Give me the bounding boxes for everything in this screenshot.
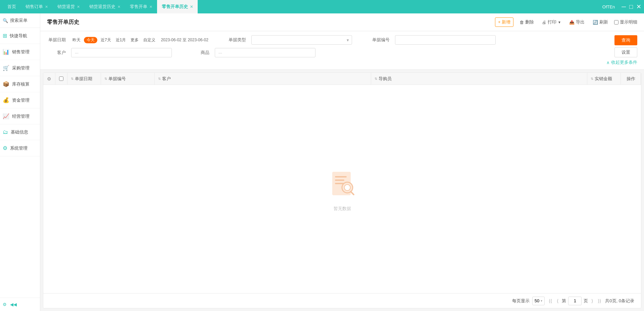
operation-icon: 📈	[3, 113, 9, 119]
empty-state: 暂无数据	[43, 85, 641, 293]
page-first-button[interactable]: ⟨⟨	[547, 298, 553, 304]
print-icon: 🖨	[542, 20, 546, 25]
sidebar-item-sys-mgmt[interactable]: ⚙ 系统管理	[0, 140, 40, 156]
sort-amount-icon[interactable]: ⇅	[591, 77, 593, 81]
tab-close-sales-order[interactable]: ✕	[45, 5, 48, 9]
product-label: 商品	[191, 50, 209, 56]
print-dropdown-icon: ▼	[558, 20, 561, 24]
date-opt-yesterday[interactable]: 昨天	[71, 37, 82, 44]
select-all-checkbox[interactable]	[59, 76, 63, 81]
date-opt-last7[interactable]: 近7天	[99, 37, 112, 44]
date-range-display: 2023-06-02 至 2023-06-02	[161, 37, 208, 43]
sidebar-item-quick-nav[interactable]: ⊞ 快捷导航	[0, 28, 40, 44]
table-container: ⚙ ⇅ 单据日期 ⇅ 单据编号 ⇅ 客户 ⇅ 导购员	[43, 72, 641, 308]
content-area: 零售开单历史 + 新增 🗑 删除 🖨 打印 ▼ 📤 导出	[40, 13, 644, 311]
tab-sales-return[interactable]: 销货退货 ✕	[53, 0, 85, 13]
product-select[interactable]: ···	[215, 48, 315, 57]
window-minimize[interactable]: ─	[622, 3, 626, 10]
query-button[interactable]: 查询	[614, 35, 637, 45]
tab-sales-return-history[interactable]: 销货退货历史 ✕	[85, 0, 125, 13]
page-title: 零售开单历史	[47, 19, 79, 26]
page-next-button[interactable]: ⟩	[590, 298, 594, 304]
settings-icon[interactable]: ⚙	[3, 302, 7, 307]
per-page-select[interactable]: 50 ▾	[532, 297, 545, 305]
tab-retail-history[interactable]: 零售开单历史 ✕	[157, 0, 198, 13]
sidebar-item-operation[interactable]: 📈 经营管理	[0, 108, 40, 124]
show-detail-checkbox[interactable]: 显示明细	[614, 19, 637, 25]
date-label: 单据日期	[47, 37, 66, 43]
svg-rect-2	[335, 179, 344, 181]
table-settings-icon[interactable]: ⚙	[43, 73, 55, 85]
svg-line-6	[351, 192, 354, 195]
collapse-filter-button[interactable]: ∧ 收起更多条件	[606, 59, 637, 65]
window-close[interactable]: ✕	[636, 3, 641, 10]
export-button[interactable]: 📤 导出	[567, 18, 587, 27]
date-opt-custom[interactable]: 自定义	[142, 37, 157, 44]
refresh-icon: 🔄	[593, 20, 598, 25]
date-opt-today[interactable]: 今天	[84, 37, 97, 43]
per-page-label: 每页显示	[512, 298, 530, 304]
app-title: OfTEn	[602, 4, 615, 9]
th-date[interactable]: ⇅ 单据日期	[67, 73, 101, 85]
tab-close-sales-return[interactable]: ✕	[77, 5, 80, 9]
date-opt-more[interactable]: 更多	[129, 37, 140, 44]
tab-close-retail-history[interactable]: ✕	[190, 5, 193, 9]
th-customer[interactable]: ⇅ 客户	[155, 73, 371, 85]
date-opt-last-month[interactable]: 近1月	[114, 37, 128, 44]
page-number-input[interactable]: 1	[568, 297, 582, 305]
sidebar-search[interactable]: 🔍 搜索采单	[0, 13, 40, 28]
doc-no-input[interactable]	[395, 35, 496, 45]
per-page-chevron-icon: ▾	[541, 299, 542, 303]
tab-home[interactable]: 首页	[3, 0, 21, 13]
sidebar-item-basic-info[interactable]: 🗂 基础信息	[0, 124, 40, 140]
table-select-all[interactable]	[55, 73, 67, 85]
window-controls: OfTEn ─ □ ✕	[602, 3, 641, 10]
th-amount[interactable]: ⇅ 实销金额	[587, 73, 621, 85]
th-op: 操作	[621, 73, 641, 85]
doc-type-select[interactable]: ▾	[251, 35, 352, 45]
sort-customer-icon[interactable]: ⇅	[158, 77, 161, 81]
th-guide[interactable]: ⇅ 导购员	[371, 73, 588, 85]
sidebar-item-inventory[interactable]: 📦 库存核算	[0, 76, 40, 92]
th-sn[interactable]: ⇅ 单据编号	[101, 73, 155, 85]
sort-sn-icon[interactable]: ⇅	[104, 77, 107, 81]
collapse-icon: ∧	[606, 60, 610, 65]
sidebar-bottom: ⚙ ◀◀	[0, 298, 40, 311]
sales-mgmt-icon: 📊	[3, 49, 9, 55]
page-nav: ⟨⟨ ⟨ 第 1 页 ⟩ ⟩⟩	[547, 297, 602, 305]
customer-select[interactable]: ···	[71, 48, 172, 57]
tab-close-sales-return-history[interactable]: ✕	[117, 5, 120, 9]
tab-close-retail-open[interactable]: ✕	[149, 5, 152, 9]
sort-guide-icon[interactable]: ⇅	[375, 77, 377, 81]
finance-icon: 💰	[3, 97, 9, 103]
show-detail-input[interactable]	[614, 20, 618, 24]
chevron-down-icon: ▾	[347, 38, 349, 43]
sort-date-icon[interactable]: ⇅	[71, 77, 73, 81]
set-button[interactable]: 设置	[614, 47, 637, 57]
page-total: 共0页, 0条记录	[605, 298, 634, 304]
svg-point-5	[344, 185, 350, 191]
print-button[interactable]: 🖨 打印 ▼	[540, 18, 563, 27]
export-icon: 📤	[569, 20, 575, 25]
tab-bar: 首页 销售订单 ✕ 销货退货 ✕ 销货退货历史 ✕ 零售开单 ✕ 零售开单历史 …	[0, 0, 644, 13]
collapse-sidebar-icon[interactable]: ◀◀	[10, 302, 17, 307]
tab-retail-open[interactable]: 零售开单 ✕	[125, 0, 157, 13]
basic-info-icon: 🗂	[3, 129, 8, 135]
sidebar: 🔍 搜索采单 ⊞ 快捷导航 📊 销售管理 🛒 采购管理 📦 库存核算 💰 资金管…	[0, 13, 40, 311]
page-header: 零售开单历史 + 新增 🗑 删除 🖨 打印 ▼ 📤 导出	[40, 13, 644, 31]
tab-sales-order[interactable]: 销售订单 ✕	[21, 0, 53, 13]
sidebar-item-purchase-mgmt[interactable]: 🛒 采购管理	[0, 60, 40, 76]
table-header: ⚙ ⇅ 单据日期 ⇅ 单据编号 ⇅ 客户 ⇅ 导购员	[43, 73, 641, 85]
refresh-button[interactable]: 🔄 刷新	[591, 18, 610, 27]
pagination: 每页显示 50 ▾ ⟨⟨ ⟨ 第 1 页 ⟩ ⟩⟩ 共0页, 0条记录	[43, 293, 641, 308]
page-prev-button[interactable]: ⟨	[555, 298, 560, 304]
window-maximize[interactable]: □	[629, 3, 633, 10]
page-last-button[interactable]: ⟩⟩	[596, 298, 602, 304]
sidebar-item-sales-mgmt[interactable]: 📊 销售管理	[0, 44, 40, 60]
inventory-icon: 📦	[3, 81, 9, 87]
sidebar-item-finance[interactable]: 💰 资金管理	[0, 92, 40, 108]
customer-label: 客户	[47, 50, 66, 56]
delete-button[interactable]: 🗑 删除	[517, 18, 536, 27]
new-button[interactable]: + 新增	[495, 17, 513, 27]
svg-rect-1	[335, 176, 347, 177]
